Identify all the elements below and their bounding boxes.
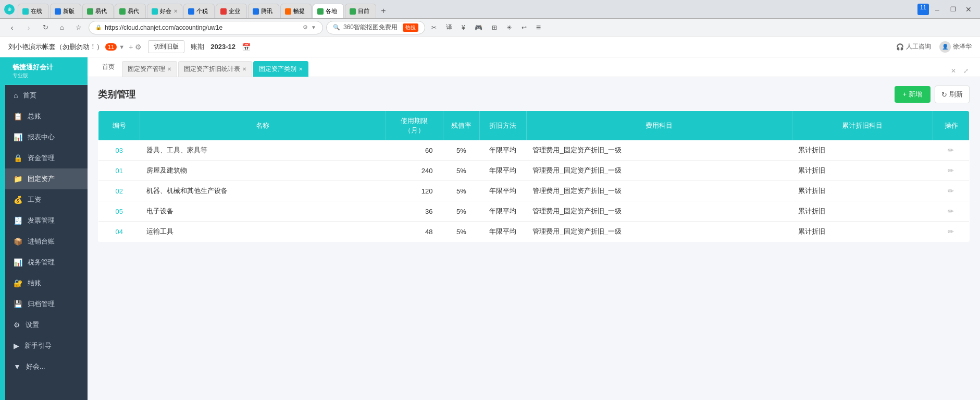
reload-btn[interactable]: ↻ [39,21,52,34]
sidebar-item-tax[interactable]: 📊 税务管理 [5,252,88,273]
game-icon[interactable]: 🎮 [472,23,486,32]
sidebar-item-home[interactable]: ⌂ 首页 [5,85,88,106]
edit-btn[interactable]: ✏ [948,227,954,236]
content-maximize-btn[interactable]: ⤢ [960,65,972,77]
url-input[interactable]: 🔒 https://cloud.chanjet.com/accounting/u… [89,21,323,34]
window-close-btn[interactable]: ✕ [961,4,976,15]
tab-tengxun[interactable]: 腾讯 [248,4,279,18]
table-header: 编号 名称 使用期限（月） 残值率 折旧方法 费用科目 累计折旧科目 操作 [98,111,970,141]
content-tab-fixed-deprec[interactable]: 固定资产折旧统计表 ✕ [178,61,252,77]
table-row: 03 器具、工具、家具等 60 5% 年限平均 管理费用_固定资产折旧_一级 累… [98,140,970,161]
menu-icon[interactable]: ≡ [533,22,544,33]
cell-code: 05 [98,201,140,222]
fixed-cat-tab-close[interactable]: ✕ [299,66,303,72]
edit-btn[interactable]: ✏ [948,146,954,154]
sidebar-item-stock[interactable]: 📦 进销台账 [5,231,88,252]
content-tab-fixed-cat[interactable]: 固定资产类别 ✕ [253,61,308,77]
sidebar-item-funds[interactable]: 🔒 资金管理 [5,148,88,168]
edit-btn[interactable]: ✏ [948,187,954,195]
url-dropdown-icon[interactable]: ▼ [311,25,316,30]
sidebar-item-invoices[interactable]: 🧾 发票管理 [5,210,88,231]
content-tabs-bar: 首页 固定资产管理 ✕ 固定资产折旧统计表 ✕ 固定资产类别 ✕ ✕ [88,57,980,77]
guide-icon: ▶ [14,342,19,350]
sidebar-item-fixed-assets[interactable]: 📁 固定资产 [5,168,88,189]
sidebar: 畅捷通好会计 专业版 ⌂ 首页 📋 总账 📊 报表中心 🔒 资金管理 📁 [5,57,88,400]
wallet-icon[interactable]: ¥ [458,23,468,32]
tab-geshui[interactable]: 个税 [183,4,215,18]
add-account-icon[interactable]: + [129,43,133,51]
grid-icon[interactable]: ⊞ [489,23,500,32]
window-restore-btn[interactable]: ❐ [946,4,960,15]
sidebar-item-settings[interactable]: ⚙ 设置 [5,314,88,335]
sidebar-stock-label: 进销台账 [28,237,55,246]
tab-changtei[interactable]: 畅提 [280,4,312,18]
window-minimize-btn[interactable]: – [930,4,945,15]
fixed-deprec-tab-close[interactable]: ✕ [242,66,246,72]
cut-icon[interactable]: ✂ [428,23,440,32]
fixed-mgmt-tab-close[interactable]: ✕ [167,66,171,72]
col-period: 使用期限（月） [386,111,443,141]
tab-yidai2[interactable]: 易代 [115,4,146,18]
cell-code: 04 [98,222,140,242]
app-wrapper: 刘小艳演示帐套（勿删勿动！） 11 ▼ + ⚙ 切到旧版 账期 2023-12 … [0,37,980,400]
cell-method: 年限平均 [479,161,526,181]
tab-xinban[interactable]: 新版 [50,4,81,18]
edit-btn[interactable]: ✏ [948,166,954,175]
browser-logo: ⊕ [4,4,15,15]
calendar-icon[interactable]: 📅 [242,43,251,51]
sidebar-item-reports[interactable]: 📊 报表中心 [5,127,88,148]
sidebar-reports-label: 报表中心 [28,132,55,142]
cell-residual: 5% [443,181,479,201]
home-icon: ⌂ [14,91,18,100]
tax-icon: 📊 [14,258,22,266]
cell-deprec-account: 累计折旧 [792,140,933,161]
sidebar-item-ledger[interactable]: 📋 总账 [5,106,88,127]
back-btn[interactable]: ‹ [5,21,19,34]
add-btn[interactable]: + 新增 [895,86,931,103]
tab-add-btn[interactable]: + [377,4,390,18]
sidebar-item-close[interactable]: 🔐 结账 [5,273,88,294]
translate-icon[interactable]: 译 [443,22,455,33]
cell-deprec-account: 累计折旧 [792,222,933,242]
sidebar-item-guide[interactable]: ▶ 新手引导 [5,335,88,356]
tab-qiye[interactable]: 企业 [216,4,247,18]
tab-yidai1[interactable]: 易代 [82,4,114,18]
reports-icon: 📊 [14,133,22,141]
brightness-icon[interactable]: ☀ [503,23,515,32]
tab-muqian[interactable]: 目前 [345,4,376,18]
tab-close-haohui[interactable]: ✕ [173,8,178,14]
edit-btn[interactable]: ✏ [948,207,954,215]
search-box[interactable]: 🔍 360智能抠图免费用 热搜 [326,21,425,34]
cell-method: 年限平均 [479,222,526,242]
undo-icon[interactable]: ↩ [518,23,530,32]
forward-btn[interactable]: › [22,21,35,34]
period-label: 账期 [191,42,204,52]
sidebar-item-more[interactable]: ▼ 好会... [5,356,88,377]
consult-btn[interactable]: 🎧 人工咨询 [896,42,931,51]
bookmark-btn[interactable]: ☆ [72,21,85,34]
page-content: 类别管理 + 新增 ↻ 刷新 编号 名称 [88,77,980,400]
cell-action: ✏ [933,181,970,201]
cell-action: ✏ [933,140,970,161]
sidebar-item-payroll[interactable]: 💰 工资 [5,189,88,210]
home-tab-label: 首页 [102,63,115,71]
cell-name: 机器、机械和其他生产设备 [140,181,386,201]
cell-method: 年限平均 [479,140,526,161]
table-row: 01 房屋及建筑物 240 5% 年限平均 管理费用_固定资产折旧_一级 累计折… [98,161,970,181]
tab-haohui[interactable]: 好会 ✕ [147,4,182,18]
headset-icon: 🎧 [896,43,904,51]
sidebar-item-archive[interactable]: 💾 归档管理 [5,294,88,314]
tab-gedi[interactable]: 各地 [313,4,344,18]
tab-zaixian[interactable]: 在线 [18,4,49,18]
left-strip [0,57,5,400]
settings-icon[interactable]: ⚙ [135,43,142,51]
content-minimize-btn[interactable]: ✕ [948,65,959,77]
user-avatar-area[interactable]: 👤 徐泽华 [939,41,972,53]
switch-version-btn[interactable]: 切到旧版 [148,40,184,53]
home-btn[interactable]: ⌂ [55,21,69,34]
refresh-btn[interactable]: ↻ 刷新 [935,86,970,103]
content-tab-fixed-mgmt[interactable]: 固定资产管理 ✕ [122,61,177,77]
dropdown-icon[interactable]: ▼ [119,44,125,50]
content-tab-home[interactable]: 首页 [96,57,121,77]
sidebar-logo: 畅捷通好会计 专业版 [5,57,88,85]
